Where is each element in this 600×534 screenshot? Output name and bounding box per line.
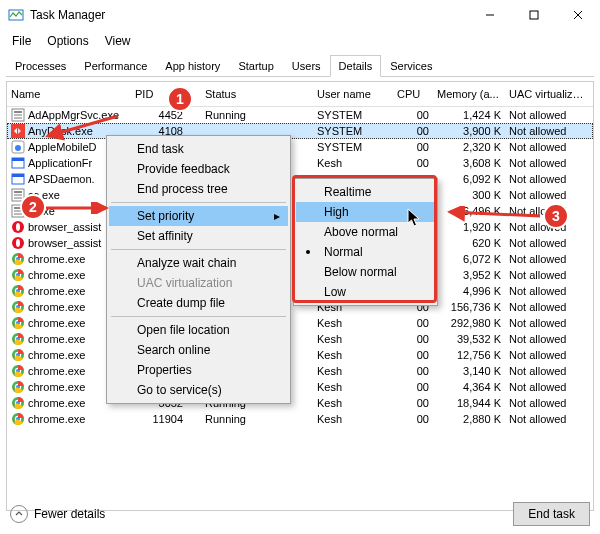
tab-details[interactable]: Details bbox=[330, 55, 382, 77]
opera-icon bbox=[11, 236, 25, 250]
table-row[interactable]: chrome.exe2960RunningKesh0012,756 KNot a… bbox=[7, 347, 593, 363]
process-name: chrome.exe bbox=[28, 253, 85, 265]
window-icon bbox=[11, 156, 25, 170]
process-memory: 2,880 K bbox=[433, 411, 505, 427]
process-name: ApplicationFr bbox=[28, 157, 92, 169]
process-status: Running bbox=[187, 411, 313, 427]
tab-users[interactable]: Users bbox=[283, 55, 330, 77]
ctx-create-dump-file[interactable]: Create dump file bbox=[109, 293, 288, 313]
ctx-set-affinity[interactable]: Set affinity bbox=[109, 226, 288, 246]
process-uac: Not allowed bbox=[505, 267, 589, 283]
table-row[interactable]: chrome.exe3032RunningKesh0018,944 KNot a… bbox=[7, 395, 593, 411]
chrome-icon bbox=[11, 332, 25, 346]
svg-line-61 bbox=[48, 116, 118, 136]
menu-options[interactable]: Options bbox=[39, 32, 96, 50]
footer: Fewer details End task bbox=[0, 494, 600, 534]
process-name: browser_assist bbox=[28, 237, 101, 249]
table-row[interactable]: chrome.exeKesh00292,980 KNot allowed bbox=[7, 315, 593, 331]
svg-rect-19 bbox=[14, 197, 22, 199]
chevron-right-icon: ▸ bbox=[274, 209, 280, 223]
tab-app-history[interactable]: App history bbox=[156, 55, 229, 77]
process-uac: Not allowed bbox=[505, 171, 589, 187]
context-menu: End taskProvide feedbackEnd process tree… bbox=[106, 135, 291, 404]
col-user[interactable]: User name bbox=[313, 82, 393, 106]
column-headers: Name PID Status User name CPU Memory (a.… bbox=[7, 82, 593, 107]
svg-rect-13 bbox=[12, 158, 24, 161]
svg-rect-8 bbox=[14, 117, 22, 119]
process-memory: 2,320 K bbox=[433, 139, 505, 155]
process-cpu: 00 bbox=[393, 379, 433, 395]
process-uac: Not allowed bbox=[505, 155, 589, 171]
chrome-icon bbox=[11, 380, 25, 394]
process-user: Kesh bbox=[313, 395, 393, 411]
ctx-open-file-location[interactable]: Open file location bbox=[109, 320, 288, 340]
process-cpu: 00 bbox=[393, 123, 433, 139]
chrome-icon bbox=[11, 300, 25, 314]
svg-rect-7 bbox=[14, 114, 22, 116]
tab-services[interactable]: Services bbox=[381, 55, 441, 77]
process-name: chrome.exe bbox=[28, 317, 85, 329]
process-uac: Not allowed bbox=[505, 411, 589, 427]
minimize-button[interactable] bbox=[468, 0, 512, 30]
table-row[interactable]: chrome.exeKesh0039,532 KNot allowed bbox=[7, 331, 593, 347]
table-row[interactable]: ApplicationFrKesh003,608 KNot allowed bbox=[7, 155, 593, 171]
ctx-uac-virtualization: UAC virtualization bbox=[109, 273, 288, 293]
table-row[interactable]: chrome.exe2652RunningKesh003,140 KNot al… bbox=[7, 363, 593, 379]
ctx-go-to-service-s-[interactable]: Go to service(s) bbox=[109, 380, 288, 400]
ctx-end-task[interactable]: End task bbox=[109, 139, 288, 159]
col-status[interactable]: Status bbox=[187, 82, 313, 106]
col-name[interactable]: Name bbox=[7, 82, 131, 106]
process-name: chrome.exe bbox=[28, 365, 85, 377]
process-uac: Not allowed bbox=[505, 139, 589, 155]
process-cpu: 00 bbox=[393, 331, 433, 347]
process-memory: 12,756 K bbox=[433, 347, 505, 363]
maximize-button[interactable] bbox=[512, 0, 556, 30]
menu-file[interactable]: File bbox=[4, 32, 39, 50]
col-memory[interactable]: Memory (a... bbox=[433, 82, 505, 106]
task-manager-icon bbox=[8, 7, 24, 23]
process-uac: Not allowed bbox=[505, 395, 589, 411]
fewer-details-button[interactable]: Fewer details bbox=[10, 505, 105, 523]
process-memory: 3,608 K bbox=[433, 155, 505, 171]
process-cpu: 00 bbox=[393, 363, 433, 379]
col-uac[interactable]: UAC virtualizat... bbox=[505, 82, 589, 106]
process-uac: Not allowed bbox=[505, 363, 589, 379]
process-memory: 6,072 K bbox=[433, 251, 505, 267]
col-cpu[interactable]: CPU bbox=[393, 82, 433, 106]
tab-processes[interactable]: Processes bbox=[6, 55, 75, 77]
ctx-properties[interactable]: Properties bbox=[109, 360, 288, 380]
process-cpu: 00 bbox=[393, 139, 433, 155]
process-user: Kesh bbox=[313, 331, 393, 347]
svg-rect-18 bbox=[14, 194, 22, 196]
ctx-end-process-tree[interactable]: End process tree bbox=[109, 179, 288, 199]
window-icon bbox=[11, 172, 25, 186]
ctx-analyze-wait-chain[interactable]: Analyze wait chain bbox=[109, 253, 288, 273]
process-memory: 6,092 K bbox=[433, 171, 505, 187]
process-uac: Not allowed bbox=[505, 235, 589, 251]
process-pid: 11904 bbox=[131, 411, 187, 427]
svg-rect-6 bbox=[14, 111, 22, 113]
apple-icon bbox=[11, 140, 25, 154]
process-uac: Not allowed bbox=[505, 187, 589, 203]
chevron-up-icon bbox=[10, 505, 28, 523]
process-uac: Not allowed bbox=[505, 347, 589, 363]
ctx-set-priority[interactable]: Set priority▸RealtimeHighAbove normalNor… bbox=[109, 206, 288, 226]
process-memory: 4,996 K bbox=[433, 283, 505, 299]
tab-startup[interactable]: Startup bbox=[229, 55, 282, 77]
process-user: SYSTEM bbox=[313, 139, 393, 155]
process-user: Kesh bbox=[313, 347, 393, 363]
ctx-search-online[interactable]: Search online bbox=[109, 340, 288, 360]
process-name: chrome.exe bbox=[28, 285, 85, 297]
ctx-provide-feedback[interactable]: Provide feedback bbox=[109, 159, 288, 179]
process-uac: Not allowed bbox=[505, 283, 589, 299]
menu-view[interactable]: View bbox=[97, 32, 139, 50]
table-row[interactable]: chrome.exe11904RunningKesh002,880 KNot a… bbox=[7, 411, 593, 427]
process-name: APSDaemon. bbox=[28, 173, 95, 185]
end-task-button[interactable]: End task bbox=[513, 502, 590, 526]
close-button[interactable] bbox=[556, 0, 600, 30]
tab-performance[interactable]: Performance bbox=[75, 55, 156, 77]
process-user: Kesh bbox=[313, 379, 393, 395]
svg-point-25 bbox=[16, 223, 20, 231]
table-row[interactable]: chrome.exe7532RunningKesh004,364 KNot al… bbox=[7, 379, 593, 395]
chrome-icon bbox=[11, 268, 25, 282]
